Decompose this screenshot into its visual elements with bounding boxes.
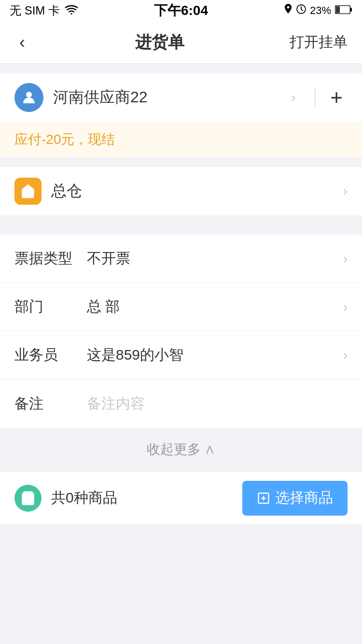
- open-pending-button[interactable]: 打开挂单: [290, 32, 348, 52]
- salesperson-value: 这是859的小智: [82, 345, 343, 365]
- supplier-avatar: [14, 83, 43, 112]
- svg-point-1: [287, 6, 289, 9]
- department-row[interactable]: 部门 总 部 ›: [0, 283, 362, 331]
- svg-point-6: [26, 92, 32, 98]
- supplier-divider: [315, 88, 316, 107]
- warehouse-chevron-icon: ›: [343, 183, 348, 199]
- supplier-chevron-icon: ›: [291, 90, 295, 105]
- nav-bar: ‹ 进货单 打开挂单: [0, 21, 362, 64]
- svg-point-0: [70, 13, 72, 14]
- notice-banner: 应付-20元，现结: [0, 122, 362, 157]
- section-divider-2: [0, 215, 362, 225]
- select-product-label: 选择商品: [275, 488, 333, 508]
- page-title: 进货单: [135, 31, 184, 54]
- status-bar-time: 下午6:04: [154, 1, 208, 20]
- add-supplier-button[interactable]: +: [325, 85, 348, 110]
- select-product-button[interactable]: 选择商品: [242, 481, 348, 516]
- warehouse-icon-bg: [14, 178, 42, 205]
- warehouse-section: 总仓 ›: [0, 167, 362, 215]
- collapse-label: 收起更多 ∧: [147, 440, 216, 459]
- invoice-value: 不开票: [82, 249, 343, 268]
- department-value: 总 部: [82, 297, 343, 317]
- department-chevron-icon: ›: [343, 299, 348, 315]
- carrier-text: 无 SIM 卡: [10, 3, 60, 18]
- svg-rect-5: [336, 6, 340, 13]
- form-section: 票据类型 不开票 › 部门 总 部 › 业务员 这是859的小智 › 备注 备注…: [0, 235, 362, 428]
- status-bar: 无 SIM 卡 下午6:04 23%: [0, 0, 362, 21]
- salesperson-chevron-icon: ›: [343, 348, 348, 363]
- product-icon-bg: [14, 485, 42, 512]
- location-icon: [284, 4, 292, 17]
- battery-text: 23%: [310, 4, 331, 17]
- wifi-icon: [65, 4, 78, 17]
- supplier-section: 河南供应商22 › + 应付-20元，现结: [0, 73, 362, 157]
- clock-icon: [296, 4, 306, 17]
- bottom-bar: 共0种商品 选择商品: [0, 471, 362, 524]
- select-product-icon: [257, 491, 270, 505]
- department-label: 部门: [14, 297, 82, 317]
- invoice-label: 票据类型: [14, 249, 82, 268]
- status-bar-left: 无 SIM 卡: [10, 3, 78, 18]
- battery-icon: [335, 4, 352, 17]
- warehouse-name: 总仓: [51, 181, 343, 202]
- back-button[interactable]: ‹: [14, 28, 30, 57]
- top-divider: [0, 64, 362, 73]
- supplier-name: 河南供应商22: [53, 87, 291, 108]
- product-count: 共0种商品: [51, 488, 242, 508]
- remark-label: 备注: [14, 394, 82, 414]
- collapse-button[interactable]: 收起更多 ∧: [0, 428, 362, 471]
- supplier-row[interactable]: 河南供应商22 › +: [0, 73, 362, 122]
- salesperson-label: 业务员: [14, 345, 82, 365]
- section-divider-1: [0, 157, 362, 167]
- invoice-chevron-icon: ›: [343, 251, 348, 266]
- warehouse-row[interactable]: 总仓 ›: [0, 167, 362, 215]
- page-fill: [0, 524, 362, 644]
- svg-rect-4: [350, 8, 352, 12]
- status-bar-right: 23%: [284, 4, 352, 17]
- person-icon: [20, 89, 38, 106]
- shopping-bag-icon: [20, 490, 36, 506]
- remark-row[interactable]: 备注 备注内容: [0, 379, 362, 428]
- invoice-type-row[interactable]: 票据类型 不开票 ›: [0, 235, 362, 283]
- notice-text: 应付-20元，现结: [14, 132, 115, 147]
- remark-input[interactable]: 备注内容: [82, 394, 348, 414]
- warehouse-icon: [20, 183, 36, 199]
- salesperson-row[interactable]: 业务员 这是859的小智 ›: [0, 331, 362, 379]
